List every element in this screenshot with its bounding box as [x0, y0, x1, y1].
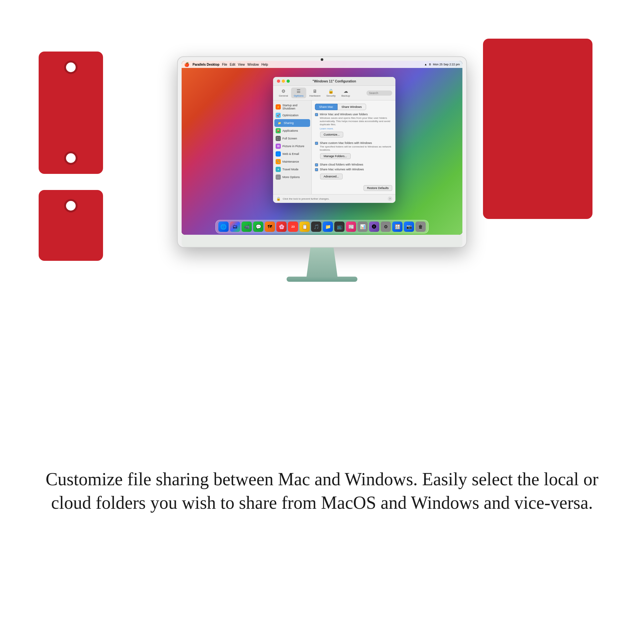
- dock-icon-systemprefs[interactable]: ⚙: [381, 222, 391, 232]
- sidebar-item-applications[interactable]: 📦 Applications: [273, 127, 311, 135]
- sidebar-item-sharing[interactable]: 📁 Sharing: [274, 119, 310, 127]
- dock-icon-news[interactable]: 📰: [346, 222, 356, 232]
- search-input[interactable]: [366, 90, 392, 96]
- menu-view[interactable]: View: [238, 63, 245, 66]
- sidebar-item-fullscreen[interactable]: ⛶ Full Screen: [273, 135, 311, 142]
- dialog-sidebar: ⚡ Startup and Shutdown 🚀 Optimization 📁: [273, 100, 312, 194]
- menu-edit[interactable]: Edit: [230, 63, 235, 66]
- backup-icon: ☁: [344, 89, 348, 94]
- close-button[interactable]: [277, 80, 280, 83]
- applications-icon: 📦: [276, 128, 281, 133]
- advanced-button[interactable]: Advanced...: [320, 174, 343, 179]
- dialog-footer: 🔒 Click the lock to prevent further chan…: [273, 194, 395, 203]
- dock-icon-numbers[interactable]: 📊: [357, 222, 368, 232]
- sidebar-web-label: Web & Email: [282, 152, 299, 156]
- toolbar-options-label: Options: [294, 94, 303, 97]
- share-mac-button[interactable]: Share Mac: [315, 104, 337, 110]
- dock-icon-launchpad[interactable]: 🗂: [230, 222, 240, 232]
- minimize-button[interactable]: [282, 80, 285, 83]
- toolbar-hardware-label: Hardware: [309, 94, 321, 97]
- share-buttons: Share Mac Share Windows: [315, 104, 392, 110]
- help-button[interactable]: ?: [388, 196, 392, 201]
- dock-icon-parallels[interactable]: 🪟: [392, 222, 403, 232]
- dock-icon-camera[interactable]: 📷: [404, 222, 414, 232]
- share-volumes-checkbox[interactable]: ✓: [315, 168, 318, 171]
- sidebar-item-pip[interactable]: 🖼 Picture in Picture: [273, 142, 311, 150]
- sidebar-optimization-label: Optimization: [282, 114, 298, 117]
- toolbar-general[interactable]: ⚙ General: [276, 88, 290, 98]
- dock-icon-finder[interactable]: 🌐: [218, 222, 229, 232]
- share-windows-button[interactable]: Share Windows: [337, 104, 366, 110]
- dock-icon-photos[interactable]: 🌸: [276, 222, 287, 232]
- share-cloud-label: Share cloud folders with Windows: [320, 163, 363, 167]
- mirror-row: ✓ Mirror Mac and Windows user folders Wi…: [315, 113, 392, 130]
- toolbar-security[interactable]: 🔒 Security: [324, 88, 338, 98]
- share-custom-row: ✓ Share custom Mac folders with Windows …: [315, 141, 392, 152]
- dock-icon-maps[interactable]: 🗺: [265, 222, 275, 232]
- dialog-toolbar: ⚙ General ☰ Options 🖥 Hardware: [273, 86, 395, 100]
- share-volumes-row: ✓ Share Mac volumes with Windows: [315, 168, 392, 172]
- menu-help[interactable]: Help: [261, 63, 268, 66]
- apple-menu-icon[interactable]: 🍎: [184, 62, 189, 67]
- restore-defaults-button[interactable]: Restore Defaults: [364, 185, 392, 191]
- lock-text: Click the lock to prevent further change…: [283, 197, 329, 200]
- sidebar-item-travel[interactable]: ✈ Travel Mode: [273, 166, 311, 173]
- imac-base: [287, 277, 357, 282]
- learn-more-link[interactable]: Learn more.: [320, 127, 334, 130]
- fullscreen-button[interactable]: [287, 80, 290, 83]
- sidebar-item-optimization[interactable]: 🚀 Optimization: [273, 111, 311, 119]
- imac-stand: [303, 248, 341, 277]
- red-rect-right: [483, 39, 592, 219]
- dock-icon-facetime[interactable]: 📹: [241, 222, 252, 232]
- macos-desktop: 🍎 Parallels Desktop File Edit View Windo…: [182, 61, 462, 235]
- sidebar-travel-label: Travel Mode: [282, 168, 298, 171]
- sidebar-item-startup[interactable]: ⚡ Startup and Shutdown: [273, 102, 311, 111]
- fullscreen-icon: ⛶: [276, 136, 281, 141]
- hardware-icon: 🖥: [313, 89, 317, 94]
- sidebar-pip-label: Picture in Picture: [282, 145, 304, 148]
- sidebar-item-more[interactable]: ⋯ More Options: [273, 173, 311, 181]
- menu-app-name[interactable]: Parallels Desktop: [193, 63, 219, 66]
- share-volumes-label: Share Mac volumes with Windows: [320, 168, 364, 172]
- share-custom-label: Share custom Mac folders with Windows: [320, 141, 392, 145]
- mirror-labels: Mirror Mac and Windows user folders Wind…: [320, 113, 392, 130]
- share-custom-checkbox[interactable]: ✓: [315, 142, 318, 145]
- manage-folders-button[interactable]: Manage Folders...: [320, 153, 351, 159]
- menu-window[interactable]: Window: [247, 63, 259, 66]
- sidebar-item-maintenance[interactable]: 🔧 Maintenance: [273, 158, 311, 166]
- menubar-bt-icon: B: [429, 63, 431, 66]
- sidebar-item-web[interactable]: 🌐 Web & Email: [273, 150, 311, 158]
- dock-icon-appstore[interactable]: 🅐: [369, 222, 379, 232]
- web-icon: 🌐: [276, 151, 281, 156]
- red-rect-left: [39, 52, 103, 174]
- dock-icon-trash[interactable]: 🗑: [415, 222, 426, 232]
- customize-button[interactable]: Customize...: [320, 132, 343, 137]
- ring-hole-top-left2: [64, 199, 78, 213]
- dock-icon-music[interactable]: 🎵: [311, 222, 321, 232]
- imac-screen: 🍎 Parallels Desktop File Edit View Windo…: [182, 61, 462, 235]
- dock-icon-calendar[interactable]: 23: [288, 222, 298, 232]
- mirror-checkbox[interactable]: ✓: [315, 113, 318, 116]
- share-cloud-checkbox[interactable]: ✓: [315, 163, 318, 166]
- mirror-desc: Windows saves and opens files from your …: [320, 117, 392, 127]
- lock-icon[interactable]: 🔒: [276, 197, 281, 201]
- toolbar-backup[interactable]: ☁ Backup: [339, 88, 353, 98]
- optimization-icon: 🚀: [276, 113, 281, 118]
- red-rect-left-bottom: [39, 190, 103, 261]
- dock-icon-messages[interactable]: 💬: [253, 222, 263, 232]
- share-custom-labels: Share custom Mac folders with Windows Th…: [320, 141, 392, 152]
- toolbar-hardware[interactable]: 🖥 Hardware: [307, 88, 323, 98]
- toolbar-options[interactable]: ☰ Options: [291, 88, 306, 98]
- imac-camera: [321, 58, 323, 61]
- imac-chin: [182, 235, 462, 247]
- caption-area: Customize file sharing between Mac and W…: [0, 338, 644, 644]
- maintenance-icon: 🔧: [276, 159, 281, 164]
- dock-icon-reminders[interactable]: 📋: [299, 222, 310, 232]
- dock-icon-files[interactable]: 📁: [323, 222, 333, 232]
- menu-file[interactable]: File: [222, 63, 227, 66]
- dialog-titlebar: "Windows 11" Configuration: [273, 77, 395, 86]
- security-icon: 🔒: [328, 89, 334, 94]
- startup-icon: ⚡: [276, 104, 281, 109]
- dock-icon-appletv[interactable]: 📺: [334, 222, 345, 232]
- general-icon: ⚙: [281, 89, 286, 94]
